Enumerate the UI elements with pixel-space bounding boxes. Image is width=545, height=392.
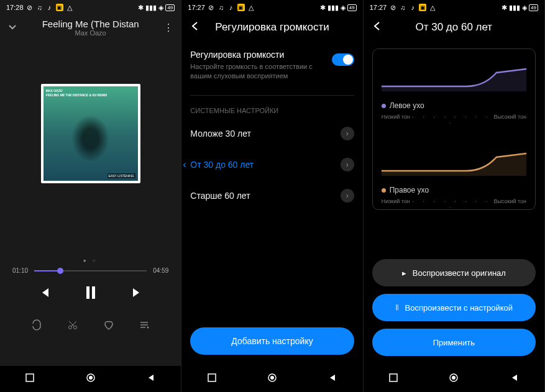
status-bar: 17:28 ⊘ ♫ ♪ ▣ △ ✱ ▮▮▮ ◈ 49 (0, 0, 181, 15)
legend-dot-left (382, 104, 386, 108)
svg-rect-11 (390, 374, 397, 381)
progress-slider[interactable] (34, 270, 147, 271)
player-header: Feeling Me (The Distan Max Oazo ⋮ (0, 15, 181, 40)
battery-icon: 49 (165, 4, 175, 11)
tiktok-icon: ♪ (227, 4, 235, 11)
repeat-button[interactable] (30, 319, 43, 334)
option-label: Моложе 30 лет (190, 129, 340, 139)
nav-home[interactable] (267, 373, 277, 385)
app-icon: ▣ (237, 4, 245, 11)
high-tone-label: Высокий тон (493, 114, 526, 126)
pause-button[interactable] (82, 284, 99, 301)
nav-back[interactable] (510, 373, 519, 385)
back-button[interactable] (371, 20, 386, 35)
status-time: 17:27 (188, 4, 205, 11)
low-tone-label: Низкий тон (382, 198, 410, 211)
option-over-60[interactable]: Старше 60 лет › (181, 180, 362, 211)
app-icon: ▣ (56, 4, 63, 11)
nav-recents[interactable] (389, 373, 398, 385)
headphone-icon: ♫ (36, 4, 44, 11)
signal-icon: ▮▮▮ (327, 4, 339, 12)
apply-button[interactable]: Применить (372, 329, 536, 356)
play-adjusted-button[interactable]: ⫴ Воспроизвести с настройкой (372, 294, 536, 321)
option-label: Старше 60 лет (190, 191, 340, 201)
nav-bar (364, 366, 544, 392)
button-label: Воспроизвести оригинал (413, 268, 506, 278)
next-button[interactable] (131, 286, 144, 299)
option-label: От 30 до 60 лет (190, 160, 340, 170)
back-button[interactable] (189, 20, 204, 35)
wifi-icon: ◈ (522, 4, 527, 12)
album-genre-badge: EASY LISTENING (108, 173, 135, 178)
nav-bar (0, 366, 181, 392)
wifi-icon: ◈ (158, 4, 163, 12)
svg-rect-8 (208, 374, 216, 381)
nav-home[interactable] (86, 373, 96, 385)
bluetooth-icon: ✱ (320, 4, 326, 12)
svg-point-2 (68, 326, 71, 329)
low-tone-label: Низкий тон (382, 114, 410, 126)
queue-button[interactable] (138, 319, 150, 334)
bluetooth-icon: ✱ (501, 4, 507, 12)
signal-icon: ▮▮▮ (509, 4, 520, 12)
button-label: Добавить настройку (231, 336, 313, 346)
svg-point-13 (452, 376, 456, 380)
add-setting-button[interactable]: Добавить настройку (190, 327, 354, 355)
equalizer-icon: ⫴ (395, 303, 399, 312)
triangle-icon: △ (429, 4, 436, 11)
nav-back[interactable] (328, 373, 337, 385)
hearing-chart: Левое ухо Низкий тон · · · · · · · · · В… (372, 48, 536, 210)
chevron-right-icon: › (341, 158, 354, 171)
left-ear-label: Левое ухо (390, 101, 424, 110)
play-original-button[interactable]: ▸ Воспроизвести оригинал (372, 259, 536, 286)
svg-point-4 (147, 327, 149, 329)
high-tone-label: Высокий тон (493, 198, 526, 211)
track-title: Feeling Me (The Distan (20, 19, 161, 29)
chart-dots: · · · · · · · · · (410, 114, 494, 126)
status-bar: 17:27 ⊘ ♫ ♪ ▣ △ ✱ ▮▮▮ ◈ 49 (364, 0, 544, 15)
svg-point-10 (270, 376, 274, 380)
right-ear-curve (382, 145, 526, 176)
favorite-button[interactable] (103, 319, 115, 334)
option-under-30[interactable]: Моложе 30 лет › (181, 118, 362, 149)
triangle-icon: △ (66, 4, 73, 11)
status-bar: 17:27 ⊘ ♫ ♪ ▣ △ ✱ ▮▮▮ ◈ 49 (181, 0, 362, 15)
battery-icon: 49 (347, 4, 357, 11)
nav-back[interactable] (147, 373, 155, 385)
nav-home[interactable] (449, 373, 459, 385)
section-label: СИСТЕМНЫЕ НАСТРОЙКИ (181, 99, 362, 118)
nav-bar (181, 366, 362, 392)
triangle-icon: △ (247, 4, 255, 11)
nav-recents[interactable] (208, 373, 216, 385)
time-elapsed: 01:10 (12, 267, 28, 274)
more-icon[interactable]: ⋮ (161, 22, 173, 34)
status-time: 17:27 (370, 4, 387, 11)
collapse-icon[interactable] (7, 22, 20, 34)
button-label: Применить (433, 338, 475, 347)
wifi-icon: ◈ (341, 4, 346, 12)
previous-button[interactable] (37, 286, 51, 299)
dnd-icon: ⊘ (389, 4, 396, 11)
page-indicator[interactable]: ● ○ (0, 258, 181, 263)
cut-button[interactable] (66, 319, 79, 334)
volume-toggle[interactable] (332, 53, 354, 66)
svg-point-7 (89, 376, 93, 380)
play-icon: ▸ (402, 268, 406, 278)
app-icon: ▣ (419, 4, 426, 11)
divider (190, 95, 354, 96)
svg-rect-0 (86, 286, 89, 299)
tiktok-icon: ♪ (46, 4, 53, 11)
dnd-icon: ⊘ (208, 4, 215, 11)
nav-recents[interactable] (25, 373, 34, 385)
album-art[interactable]: MAX OAZO FEELING ME THE DISTANCE & IGI R… (41, 84, 140, 183)
signal-icon: ▮▮▮ (145, 4, 157, 12)
svg-rect-5 (26, 374, 34, 381)
status-time: 17:28 (6, 4, 24, 11)
dnd-icon: ⊘ (26, 4, 34, 11)
page-title: От 30 до 60 лет (386, 21, 522, 34)
option-30-to-60[interactable]: От 30 до 60 лет › (181, 149, 362, 180)
chevron-right-icon: › (341, 127, 354, 140)
tiktok-icon: ♪ (409, 4, 416, 11)
bluetooth-icon: ✱ (138, 4, 144, 12)
page-title: Регулировка громкости (204, 21, 340, 34)
